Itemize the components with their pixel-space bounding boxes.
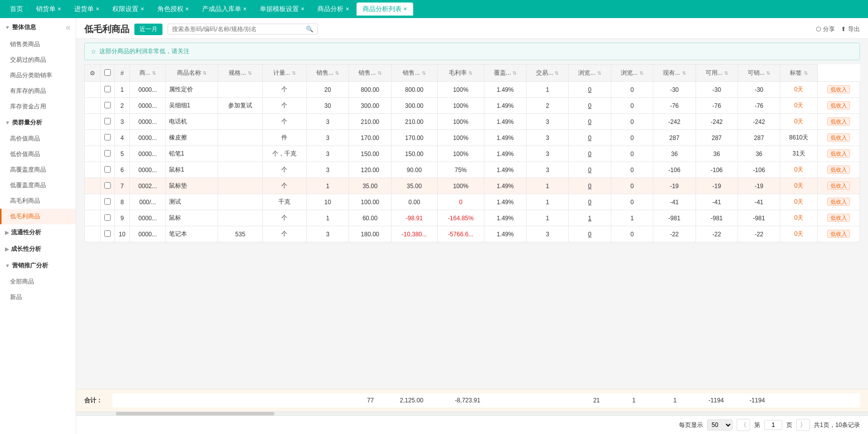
cell-checkbox[interactable] [101,178,115,194]
scrollbar-thumb[interactable] [116,412,274,415]
col-trade[interactable]: 交易... ⇅ [527,65,569,82]
search-box[interactable]: 🔍 [167,24,318,35]
nav-template[interactable]: 单据模板设置 × [254,3,310,16]
nav-product-entry[interactable]: 产成品入库单 × [196,3,253,16]
settings-icon[interactable]: ⚙ [90,70,95,77]
table-row[interactable]: 8 000/... 测试 千克 10 100.00 0.00 0 1.49% 1… [85,194,860,210]
sidebar-item-high-margin[interactable]: 高毛利商品 [0,193,76,209]
export-button[interactable]: ⬆ 导出 [841,25,860,34]
row-checkbox[interactable] [104,134,111,140]
row-checkbox[interactable] [104,102,111,108]
sidebar-item-low-value[interactable]: 低价值商品 [0,147,76,162]
cell-browse1[interactable]: 0 [569,226,611,242]
table-row[interactable]: 1 0000... 属性定价 个 20 800.00 800.00 100% 1… [85,82,860,98]
col-saleable[interactable]: 可销... ⇅ [738,65,780,82]
cell-checkbox[interactable] [101,98,115,114]
sidebar-group-liquidity[interactable]: ▶ 流通性分析 [0,224,76,241]
sidebar-group-growth[interactable]: ▶ 成长性分析 [0,241,76,257]
cell-browse1[interactable]: 0 [569,114,611,130]
cell-browse1[interactable]: 0 [569,130,611,146]
cell-checkbox[interactable] [101,82,115,98]
col-margin[interactable]: 毛利率 ⇅ [437,65,484,82]
table-row[interactable]: 5 0000... 铅笔1 个，千克 3 150.00 150.00 100% … [85,146,860,162]
date-filter-button[interactable]: 近一月 [134,24,162,35]
col-coverage[interactable]: 覆盖... ⇅ [484,65,526,82]
col-sales2[interactable]: 销售... ⇅ [349,65,391,82]
row-checkbox[interactable] [104,198,111,205]
nav-purchase[interactable]: 进货单 × [68,3,105,16]
sidebar-item-high-value[interactable]: 高价值商品 [0,131,76,147]
nav-product-analysis[interactable]: 商品分析 × [311,3,355,16]
table-row[interactable]: 6 0000... 鼠标1 个 3 120.00 90.00 75% 1.49%… [85,162,860,178]
col-checkbox[interactable] [101,65,115,82]
sidebar-item-high-coverage[interactable]: 高覆盖度商品 [0,162,76,178]
col-browse1[interactable]: 浏览... ⇅ [569,65,611,82]
col-stock[interactable]: 现有... ⇅ [653,65,696,82]
table-row[interactable]: 2 0000... 吴细细1 参加复试 个 30 300.00 300.00 1… [85,98,860,114]
next-page-button[interactable]: 〉 [796,419,810,431]
table-row[interactable]: 7 0002... 鼠标垫 个 1 35.00 35.00 100% 1.49%… [85,178,860,194]
col-sales3[interactable]: 销售... ⇅ [391,65,437,82]
nav-sales[interactable]: 销货单 × [30,3,67,16]
table-row[interactable]: 4 0000... 橡皮擦 件 3 170.00 170.00 100% 1.4… [85,130,860,146]
cell-browse1[interactable]: 0 [569,194,611,210]
table-row[interactable]: 3 0000... 电话机 个 3 210.00 210.00 100% 1.4… [85,114,860,130]
sidebar-group-cluster[interactable]: ▼ 类群量分析 [0,114,76,131]
sidebar-item-low-margin[interactable]: 低毛利商品 [0,209,76,224]
collapse-overall-icon[interactable]: « [66,22,71,33]
row-checkbox[interactable] [104,230,111,237]
cell-checkbox[interactable] [101,162,115,178]
cell-checkbox[interactable] [101,114,115,130]
col-browse2[interactable]: 浏览... ⇅ [611,65,653,82]
sidebar-item-sales-products[interactable]: 销售类商品 [0,37,76,52]
row-checkbox[interactable] [104,118,111,124]
horizontal-scrollbar[interactable] [76,411,868,415]
cell-checkbox[interactable] [101,146,115,162]
row-checkbox[interactable] [104,166,111,173]
table-row[interactable]: 9 0000... 鼠标 个 1 60.00 -98.91 -164.85% 1… [85,210,860,226]
col-unit[interactable]: 计量... ⇅ [262,65,306,82]
nav-product-analysis-list[interactable]: 商品分析列表 × [357,3,413,16]
sidebar-item-traded-products[interactable]: 交易过的商品 [0,52,76,68]
row-checkbox[interactable] [104,150,111,157]
prev-page-button[interactable]: 〈 [737,419,750,431]
table-row[interactable]: 10 0000... 笔记本 535 个 3 180.00 -10,380...… [85,226,860,242]
nav-role[interactable]: 角色授权 × [151,3,195,16]
row-checkbox[interactable] [104,182,111,189]
cell-browse1[interactable]: 0 [569,82,611,98]
col-code[interactable]: 商... ⇅ [130,65,166,82]
nav-home[interactable]: 首页 [4,3,29,16]
col-tag[interactable]: 标签 ⇅ [780,65,818,82]
search-icon[interactable]: 🔍 [306,26,313,33]
share-button[interactable]: ⬡ 分享 [816,25,835,34]
sidebar-item-stock-capital[interactable]: 库存资金占用 [0,99,76,114]
search-input[interactable] [172,26,306,33]
sidebar-item-low-coverage[interactable]: 低覆盖度商品 [0,178,76,193]
col-settings[interactable]: ⚙ [85,65,101,82]
cell-checkbox[interactable] [101,194,115,210]
cell-browse1[interactable]: 0 [569,178,611,194]
cell-checkbox[interactable] [101,130,115,146]
per-page-select[interactable]: 50 20 100 [707,419,733,430]
col-available[interactable]: 可用... ⇅ [696,65,738,82]
row-checkbox[interactable] [104,86,111,92]
sidebar-item-category-rate[interactable]: 商品分类助销率 [0,68,76,83]
page-number-input[interactable] [764,420,782,430]
cell-browse1[interactable]: 0 [569,98,611,114]
col-sales1[interactable]: 销售... ⇅ [306,65,349,82]
cell-browse1[interactable]: 0 [569,146,611,162]
sidebar-group-overall[interactable]: ▼ 整体信息 « [0,18,76,37]
nav-permission[interactable]: 权限设置 × [106,3,150,16]
cell-checkbox[interactable] [101,226,115,242]
sidebar-group-marketing[interactable]: ▼ 营销推广分析 [0,257,76,274]
col-name[interactable]: 商品名称 ⇅ [165,65,218,82]
cell-browse1[interactable]: 1 [569,210,611,226]
row-checkbox[interactable] [104,214,111,221]
select-all-checkbox[interactable] [104,69,111,76]
col-spec[interactable]: 规格... ⇅ [218,65,262,82]
cell-browse1[interactable]: 0 [569,162,611,178]
sidebar-item-all-products[interactable]: 全部商品 [0,274,76,290]
table-wrapper[interactable]: ⚙ # 商... ⇅ 商品名称 ⇅ 规格... ⇅ 计量... ⇅ 销售... … [76,60,868,389]
cell-checkbox[interactable] [101,210,115,226]
sidebar-item-new-products[interactable]: 新品 [0,290,76,305]
